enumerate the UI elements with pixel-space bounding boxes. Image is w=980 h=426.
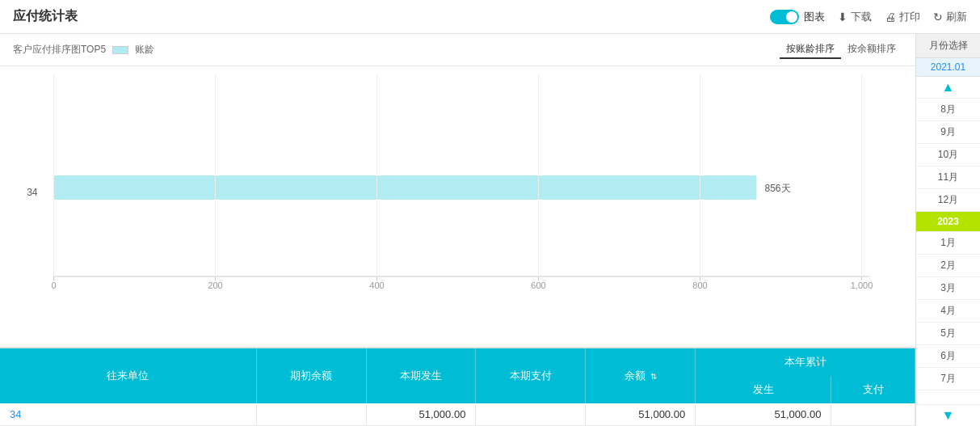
th-col2: 期初余额 — [256, 348, 366, 403]
svg-text:200: 200 — [208, 280, 222, 290]
sidebar-month-item[interactable]: 6月 — [916, 345, 980, 368]
th-col4: 本期支付 — [476, 348, 586, 403]
th-col6-group: 本年累计 — [696, 348, 915, 376]
cell-link[interactable]: 34 — [10, 408, 21, 420]
svg-text:800: 800 — [692, 280, 707, 290]
sidebar-month-item[interactable]: 4月 — [916, 300, 980, 323]
sidebar-month-item[interactable]: 2月 — [916, 255, 980, 277]
legend-box-label: 账龄 — [135, 43, 154, 57]
cell-col1[interactable]: 34 — [0, 403, 256, 426]
cell-col6a: 51,000.00 — [696, 403, 831, 426]
th-col5: 余额 ⇅ — [586, 348, 696, 403]
table-row: 3451,000.0051,000.0051,000.00 — [0, 403, 915, 426]
chart-toggle[interactable] — [770, 10, 799, 24]
download-icon: ⬇ — [838, 11, 848, 23]
sidebar-month-item[interactable]: 5月 — [916, 323, 980, 345]
svg-text:600: 600 — [531, 280, 545, 290]
legend-chart-label: 客户应付排序图TOP5 — [13, 43, 106, 57]
main-container: 应付统计表 图表 ⬇ 下载 🖨 打印 ↻ 刷新 — [0, 0, 980, 426]
svg-text:1,000: 1,000 — [851, 280, 873, 290]
refresh-button[interactable]: ↻ 刷新 — [933, 10, 967, 24]
header-actions: 图表 ⬇ 下载 🖨 打印 ↻ 刷新 — [770, 10, 967, 24]
data-table: 往来单位 期初余额 本期发生 本期支付 余额 ⇅ 本年累计 发生 — [0, 348, 915, 426]
print-button[interactable]: 🖨 打印 — [885, 10, 920, 24]
legend-box — [112, 46, 128, 54]
sidebar: 月份选择 2021.01 ▲ 8月9月10月11月12月20231月2月3月4月… — [915, 34, 980, 426]
print-icon: 🖨 — [885, 11, 896, 23]
sidebar-month-item[interactable]: 10月 — [916, 144, 980, 167]
chart-legend: 客户应付排序图TOP5 账龄 — [13, 43, 154, 57]
cell-col5: 51,000.00 — [586, 403, 696, 426]
svg-text:400: 400 — [369, 280, 384, 290]
sidebar-nav-down[interactable]: ▼ — [916, 404, 980, 426]
chart-section: 客户应付排序图TOP5 账龄 按账龄排序 按余额排序 34 856天 — [0, 34, 915, 426]
content-area: 客户应付排序图TOP5 账龄 按账龄排序 按余额排序 34 856天 — [0, 34, 980, 426]
tab-by-balance[interactable]: 按账龄排序 — [780, 40, 841, 59]
sidebar-header: 月份选择 — [916, 34, 980, 58]
sidebar-month-item[interactable]: 9月 — [916, 121, 980, 144]
refresh-icon: ↻ — [933, 11, 943, 23]
sidebar-month-item[interactable]: 3月 — [916, 277, 980, 300]
sidebar-month-item[interactable]: 12月 — [916, 189, 980, 212]
download-label: 下载 — [851, 10, 872, 24]
print-label: 打印 — [899, 10, 920, 24]
cell-col6b — [831, 403, 915, 426]
sidebar-date[interactable]: 2021.01 — [916, 58, 980, 77]
svg-text:34: 34 — [27, 187, 38, 198]
sidebar-month-item[interactable]: 1月 — [916, 232, 980, 255]
sidebar-month-item[interactable]: 11月 — [916, 167, 980, 189]
th-col6b: 支付 — [831, 376, 915, 403]
toggle-label: 图表 — [804, 10, 825, 24]
svg-rect-1 — [54, 175, 757, 200]
sidebar-month-item[interactable]: 2023 — [916, 212, 980, 232]
header: 应付统计表 图表 ⬇ 下载 🖨 打印 ↻ 刷新 — [0, 0, 980, 34]
sidebar-months: 8月9月10月11月12月20231月2月3月4月5月6月7月 — [916, 99, 980, 404]
cell-col4 — [476, 403, 586, 426]
table-section: 往来单位 期初余额 本期发生 本期支付 余额 ⇅ 本年累计 发生 — [0, 347, 915, 426]
sidebar-month-item[interactable]: 8月 — [916, 99, 980, 121]
tab-by-amount[interactable]: 按余额排序 — [841, 40, 902, 59]
svg-text:856天: 856天 — [765, 183, 791, 194]
th-col6a: 发生 — [696, 376, 831, 403]
page-title: 应付统计表 — [13, 8, 78, 25]
cell-col2 — [256, 403, 366, 426]
th-col1: 往来单位 — [0, 348, 256, 403]
sidebar-month-item[interactable]: 7月 — [916, 368, 980, 390]
sidebar-nav-up[interactable]: ▲ — [916, 77, 980, 99]
chart-header: 客户应付排序图TOP5 账龄 按账龄排序 按余额排序 — [0, 34, 915, 66]
chart-svg: 34 856天 0 200 400 600 800 1,000 — [13, 74, 902, 301]
svg-text:0: 0 — [51, 280, 56, 290]
cell-col3: 51,000.00 — [366, 403, 476, 426]
chart-toggle-wrapper: 图表 — [770, 10, 825, 24]
th-col3: 本期发生 — [366, 348, 476, 403]
chart-tabs: 按账龄排序 按余额排序 — [780, 40, 902, 59]
sort-icon[interactable]: ⇅ — [650, 372, 657, 381]
download-button[interactable]: ⬇ 下载 — [838, 10, 872, 24]
refresh-label: 刷新 — [946, 10, 967, 24]
chart-body: 34 856天 0 200 400 600 800 1,000 — [0, 66, 915, 347]
